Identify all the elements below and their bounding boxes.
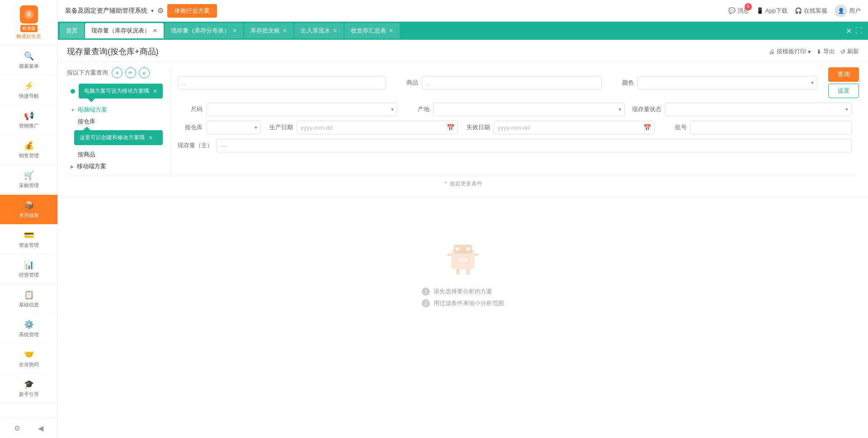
plan-subitem-goods[interactable]: 按商品 (67, 149, 163, 160)
app-download-item[interactable]: 📱 App下载 (756, 7, 788, 15)
scheme-tooltip-close-icon[interactable]: ✕ (153, 88, 157, 94)
sidebar-item-sales[interactable]: 💰 销售管理 (0, 135, 57, 165)
tab-in-out-flow[interactable]: 出入库流水 ✕ (294, 23, 344, 38)
filter-produce-date-from-wrap: 📅 (297, 121, 458, 134)
filter-col-stock-qty: 现存量（主） (178, 139, 859, 152)
create-tooltip-close-icon[interactable]: ✕ (148, 135, 153, 141)
filter-produce-date-from-input[interactable] (297, 121, 458, 134)
filter-produce-date-label: 生产日期 (268, 123, 293, 132)
filter-stock-qty-input[interactable] (217, 139, 852, 152)
sidebar-item-label: 资金管理 (19, 242, 39, 249)
filter-size-select[interactable] (206, 103, 397, 116)
tab-batch-ledger-close-icon[interactable]: ✕ (283, 28, 287, 34)
plan-subitem-warehouse[interactable]: 按仓库 (67, 116, 163, 127)
filter-stock-status-select-wrap (665, 103, 852, 116)
sidebar-item-quick[interactable]: ⚡ 快捷导航 (0, 75, 57, 105)
collapse-bar[interactable]: ⌃ 收起更多条件 (67, 176, 859, 191)
system-dropdown-button[interactable]: ▾ (151, 8, 154, 14)
sidebar-item-label: 采购管理 (19, 182, 39, 189)
phone-icon: 📱 (756, 7, 764, 14)
query-header: 按以下方案查询 + ✏ « (67, 67, 163, 78)
back-arrow-button[interactable]: « (139, 67, 150, 78)
filter-origin-label: 产地 (405, 105, 429, 113)
marketing-icon: 📢 (24, 111, 34, 121)
refresh-icon: ↺ (840, 48, 845, 55)
close-tab-icon[interactable]: ✕ (846, 27, 852, 35)
export-button[interactable]: ⬇ 导出 (816, 47, 835, 56)
filter-goods-input[interactable] (422, 76, 602, 89)
headset-icon: 🎧 (795, 7, 802, 14)
message-icon: 💬 (728, 7, 736, 14)
filter-origin-select[interactable] (433, 103, 624, 116)
sidebar-item-inventory[interactable]: 📦 库存核算 (0, 195, 57, 225)
svg-rect-7 (447, 254, 453, 256)
scheme-tooltip: 电脑方案可设为移动方案哦 ✕ (79, 84, 163, 99)
search-button[interactable]: 查询 (828, 67, 859, 82)
sidebar-item-label: 企业协同 (19, 361, 39, 368)
sidebar-item-newbie[interactable]: 🎓 新手引导 (0, 374, 57, 404)
sidebar-item-purchase[interactable]: 🛒 采购管理 (0, 165, 57, 195)
dot-indicator (71, 89, 75, 94)
tab-stock-status[interactable]: 现存量（库存状况表） ✕ (85, 23, 164, 38)
action-buttons: 查询 设置 (828, 67, 859, 98)
main-content: 装备及固定资产辅助管理系统 ▾ ⚙ 体验行业方案 💬 6 消息 📱 App下载 … (58, 0, 868, 438)
user-item[interactable]: 👤 用户 (835, 5, 861, 17)
tab-stock-status-close-icon[interactable]: ✕ (153, 28, 157, 34)
tab-stock-dist[interactable]: 现存量（库存分布表） ✕ (165, 23, 243, 38)
fullscreen-icon[interactable]: ⛶ (855, 27, 863, 35)
tab-home[interactable]: 首页 (60, 23, 84, 38)
print-button[interactable]: 🖨 按模板打印 ▾ (769, 47, 811, 56)
online-support-item[interactable]: 🎧 在线客服 (795, 7, 827, 15)
svg-point-4 (456, 247, 459, 251)
tab-stock-dist-close-icon[interactable]: ✕ (232, 28, 237, 34)
tip-num-2: 2 (422, 299, 430, 307)
filter-color-select[interactable] (637, 76, 817, 89)
plan-tree: ▼ 电脑端方案 按仓库 这里可以创建和修改方案哦 ✕ (67, 104, 163, 172)
collapse-label: 收起更多条件 (450, 180, 482, 188)
tab-bar-actions: ✕ ⛶ (846, 27, 866, 35)
sidebar-item-operations[interactable]: 📊 经营管理 (0, 254, 57, 284)
plan-item-mobile[interactable]: ▶ 移动端方案 (67, 160, 163, 172)
collapse-sidebar-icon[interactable]: ◀ (38, 424, 43, 433)
settings-button[interactable]: 设置 (828, 84, 859, 98)
filter-color-select-wrap (637, 76, 817, 89)
svg-rect-9 (456, 269, 460, 275)
message-item[interactable]: 💬 6 消息 (728, 7, 749, 15)
tab-batch-ledger[interactable]: 库存批次账 ✕ (244, 23, 293, 38)
tab-collect-summary-close-icon[interactable]: ✕ (389, 28, 393, 34)
lightning-icon: ⚡ (24, 81, 34, 91)
filter-stock-status-select[interactable] (665, 103, 852, 116)
filter-col-origin: 产地 (405, 103, 632, 116)
sidebar-bottom: ⚙ ◀ (0, 418, 57, 438)
filter-col-expire-date: 失效日期 📅 (465, 121, 662, 134)
filter-size-label: 尺码 (178, 105, 203, 113)
sidebar-item-finance[interactable]: 💳 资金管理 (0, 225, 57, 254)
filter-expire-date-from-input[interactable] (494, 121, 655, 134)
tab-in-out-flow-close-icon[interactable]: ✕ (333, 28, 337, 34)
tip-num-1: 1 (422, 287, 430, 296)
tab-collect-summary[interactable]: 收发存汇总表 ✕ (344, 23, 400, 38)
filter-row-3: 按仓库 生产日期 (178, 121, 859, 134)
svg-rect-6 (458, 258, 467, 262)
sidebar-item-system[interactable]: ⚙️ 系统管理 (0, 314, 57, 344)
filter-warehouse-select[interactable] (206, 121, 261, 134)
settings-bottom-icon[interactable]: ⚙ (14, 424, 20, 433)
add-scheme-button[interactable]: + (112, 67, 123, 78)
sidebar-item-search[interactable]: 🔍 搜索菜单 (0, 46, 57, 75)
collapse-up-icon: ⌃ (443, 181, 448, 187)
filter-ellipsis1-input[interactable] (178, 76, 386, 89)
sidebar-item-marketing[interactable]: 📢 营销推广 (0, 105, 57, 135)
tab-stock-dist-label: 现存量（库存分布表） (171, 27, 230, 35)
filter-col-size: 尺码 (178, 103, 405, 116)
sidebar-item-label: 系统管理 (19, 331, 39, 338)
sidebar-item-enterprise[interactable]: 🤝 企业协同 (0, 344, 57, 374)
refresh-button[interactable]: ↺ 刷新 (840, 47, 859, 56)
page-header: 现存量查询(按仓库+商品) 🖨 按模板打印 ▾ ⬇ 导出 ↺ (58, 40, 868, 62)
edit-scheme-button[interactable]: ✏ (125, 67, 136, 78)
print-icon: 🖨 (769, 48, 775, 55)
trial-button[interactable]: 体验行业方案 (167, 4, 217, 18)
plan-item-pc[interactable]: ▼ 电脑端方案 (67, 104, 163, 116)
filter-batch-input[interactable] (690, 121, 852, 134)
sidebar-item-basic[interactable]: 📋 基础信息 (0, 284, 57, 314)
header-gear-icon[interactable]: ⚙ (157, 6, 164, 15)
